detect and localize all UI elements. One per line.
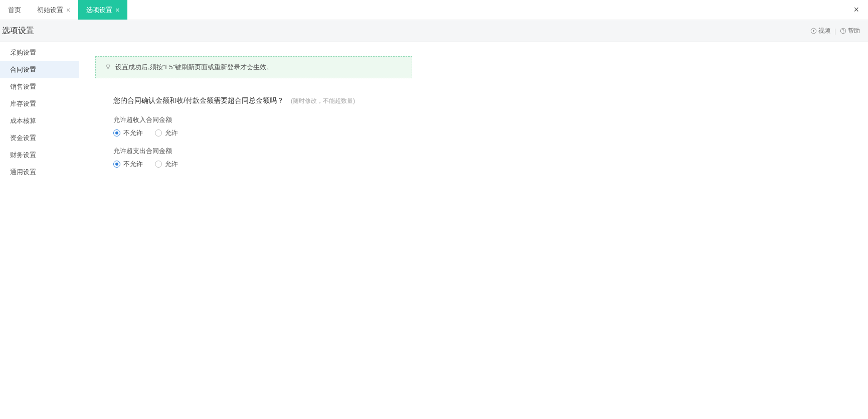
radio-not-allow[interactable]: 不允许 — [113, 160, 143, 169]
help-circle-icon — [840, 28, 846, 34]
radio-label: 允许 — [165, 128, 178, 137]
window-close-button[interactable]: × — [848, 5, 864, 15]
radio-input — [155, 129, 162, 136]
radio-row: 不允许 允许 — [113, 160, 852, 169]
tab-home[interactable]: 首页 — [0, 0, 29, 20]
video-link[interactable]: 视频 — [810, 27, 830, 35]
play-circle-icon — [810, 28, 817, 34]
main-container: 采购设置 合同设置 销售设置 库存设置 成本核算 资金设置 财务设置 通用设置 … — [0, 42, 868, 419]
help-link[interactable]: 帮助 — [840, 27, 860, 35]
tab-label: 初始设置 — [37, 6, 63, 15]
radio-input — [155, 161, 162, 168]
radio-label: 不允许 — [123, 160, 143, 169]
sidebar-item-cost[interactable]: 成本核算 — [0, 112, 79, 129]
radio-label: 不允许 — [123, 128, 143, 137]
sidebar-item-inventory[interactable]: 库存设置 — [0, 95, 79, 112]
close-icon[interactable]: × — [115, 7, 119, 14]
tab-option-settings[interactable]: 选项设置 × — [78, 0, 127, 20]
radio-input — [113, 161, 120, 168]
page-title: 选项设置 — [2, 26, 34, 36]
tab-label: 选项设置 — [86, 6, 112, 15]
radio-label: 允许 — [165, 160, 178, 169]
bulb-icon — [105, 63, 111, 71]
radio-allow[interactable]: 允许 — [155, 160, 178, 169]
sidebar-item-sales[interactable]: 销售设置 — [0, 78, 79, 95]
header-actions: 视频 | 帮助 — [810, 27, 860, 35]
section-header: 您的合同确认金额和收/付款金额需要超合同总金额吗？ (随时修改，不能超数量) — [113, 96, 852, 105]
sidebar: 采购设置 合同设置 销售设置 库存设置 成本核算 资金设置 财务设置 通用设置 — [0, 42, 79, 419]
contract-section: 您的合同确认金额和收/付款金额需要超合同总金额吗？ (随时修改，不能超数量) 允… — [95, 96, 852, 169]
option-label: 允许超支出合同金额 — [113, 147, 852, 156]
tab-label: 首页 — [8, 6, 21, 15]
svg-point-1 — [840, 28, 846, 34]
top-tabs: 首页 初始设置 × 选项设置 × × — [0, 0, 868, 20]
alert-text: 设置成功后,须按"F5"键刷新页面或重新登录才会生效。 — [115, 63, 273, 72]
sidebar-item-contract[interactable]: 合同设置 — [0, 61, 79, 78]
close-icon[interactable]: × — [66, 7, 70, 14]
section-title: 您的合同确认金额和收/付款金额需要超合同总金额吗？ — [113, 96, 284, 105]
section-hint: (随时修改，不能超数量) — [291, 97, 355, 105]
radio-row: 不允许 允许 — [113, 128, 852, 137]
info-alert: 设置成功后,须按"F5"键刷新页面或重新登录才会生效。 — [95, 56, 412, 78]
content-area: 设置成功后,须按"F5"键刷新页面或重新登录才会生效。 您的合同确认金额和收/付… — [79, 42, 868, 419]
tab-initial-settings[interactable]: 初始设置 × — [29, 0, 78, 20]
option-group-expense: 允许超支出合同金额 不允许 允许 — [113, 147, 852, 169]
divider: | — [834, 28, 836, 35]
page-header: 选项设置 视频 | 帮助 — [0, 20, 868, 42]
svg-point-2 — [843, 32, 843, 33]
radio-allow[interactable]: 允许 — [155, 128, 178, 137]
option-group-income: 允许超收入合同金额 不允许 允许 — [113, 115, 852, 137]
sidebar-item-finance[interactable]: 财务设置 — [0, 147, 79, 164]
radio-not-allow[interactable]: 不允许 — [113, 128, 143, 137]
video-label: 视频 — [818, 27, 830, 35]
window-controls: × — [848, 0, 864, 20]
option-label: 允许超收入合同金额 — [113, 115, 852, 124]
radio-input — [113, 129, 120, 136]
sidebar-item-purchase[interactable]: 采购设置 — [0, 44, 79, 61]
sidebar-item-funds[interactable]: 资金设置 — [0, 129, 79, 147]
sidebar-item-general[interactable]: 通用设置 — [0, 164, 79, 181]
help-label: 帮助 — [848, 27, 860, 35]
